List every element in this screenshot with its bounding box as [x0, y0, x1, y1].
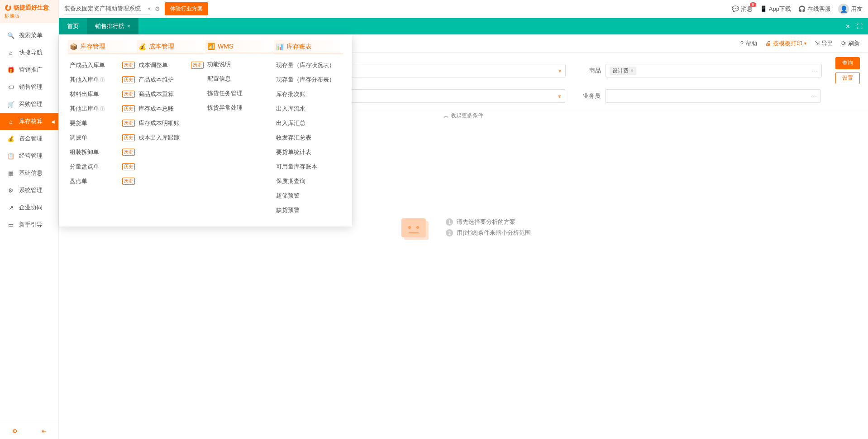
history-tag: 历史 — [122, 91, 135, 98]
filter-select-2[interactable]: ▾ — [323, 89, 565, 103]
history-tag: 历史 — [122, 163, 135, 170]
export-button[interactable]: ⇲导出 — [815, 39, 833, 48]
tab-sales-rank[interactable]: 销售排行榜 × — [87, 18, 138, 34]
flyout-item[interactable]: 材料出库单历史 — [68, 87, 137, 101]
more-icon[interactable]: ⋯ — [812, 68, 818, 74]
flyout-column-title: 库存账表 — [286, 43, 312, 51]
nav-sales[interactable]: 🏷销售管理 — [0, 78, 58, 96]
flyout-column-title: 库存管理 — [80, 43, 105, 51]
app-download-button[interactable]: 📱 App下载 — [760, 5, 791, 13]
tab-home[interactable]: 首页 — [59, 18, 87, 34]
system-select[interactable]: 装备及固定资产辅助管理系统 ▾ — [64, 3, 150, 15]
chevron-down-icon: ▾ — [558, 68, 562, 74]
flyout-item[interactable]: 商品成本重算 — [137, 87, 205, 101]
flyout-item[interactable]: 组装拆卸单历史 — [68, 145, 137, 159]
settings-icon[interactable]: ⚙ — [12, 428, 18, 434]
flyout-item[interactable]: 收发存汇总表 — [274, 130, 343, 145]
chevron-up-icon: ︽ — [444, 112, 449, 119]
flyout-item[interactable]: 出入库流水 — [274, 101, 343, 116]
headset-icon: 🎧 — [798, 5, 806, 12]
topbar: 装备及固定资产辅助管理系统 ▾ ⚙ 体验行业方案 💬 消息 6 📱 App下载 … — [59, 0, 868, 18]
nav-system[interactable]: ⚙系统管理 — [0, 182, 58, 199]
flyout-item[interactable]: 功能说明 — [205, 57, 274, 72]
phone-icon: 📱 — [760, 5, 767, 12]
messages-button[interactable]: 💬 消息 6 — [732, 5, 753, 13]
category-icon: 📶 — [207, 43, 215, 50]
filter-select-1[interactable]: ▾ — [323, 64, 566, 77]
tabs-bar: 首页 销售排行榜 × ✕ ⛶ — [59, 18, 868, 34]
nav-search[interactable]: 🔍搜索菜单 — [0, 27, 58, 44]
tag-remove-icon[interactable]: × — [630, 68, 634, 74]
nav-business[interactable]: 📋经营管理 — [0, 147, 58, 164]
flyout-item-label: 拣货任务管理 — [207, 89, 243, 97]
help-button[interactable]: ?帮助 — [740, 39, 757, 48]
flyout-item[interactable]: 库存批次账 — [274, 87, 343, 101]
flyout-column: 📶WMS功能说明配置信息拣货任务管理拣货异常处理 — [205, 40, 274, 217]
online-service-button[interactable]: 🎧 在线客服 — [798, 5, 831, 13]
chevron-down-icon: ▾ — [804, 41, 806, 46]
nav-marketing[interactable]: 🎁营销推广 — [0, 61, 58, 78]
nav-collab[interactable]: ↗企业协同 — [0, 199, 58, 216]
flyout-item-label: 库存成本总账 — [138, 105, 174, 113]
flyout-item-label: 其他出库单ⓘ — [70, 105, 105, 113]
flyout-item[interactable]: 拣货任务管理 — [205, 86, 274, 101]
nav-purchase[interactable]: 🛒采购管理 — [0, 96, 58, 113]
flyout-item[interactable]: 产成品入库单历史 — [68, 58, 137, 72]
flyout-item[interactable]: 调拨单历史 — [68, 130, 137, 145]
flyout-item[interactable]: 要货单历史 — [68, 116, 137, 130]
more-icon[interactable]: ⋯ — [811, 93, 817, 100]
flyout-item[interactable]: 成本调整单历史 — [137, 58, 205, 72]
flyout-item[interactable]: 拣货异常处理 — [205, 101, 274, 115]
system-gear-icon[interactable]: ⚙ — [155, 5, 160, 12]
flyout-item[interactable]: 超储预警 — [274, 188, 343, 203]
query-button[interactable]: 查询 — [835, 57, 860, 69]
close-icon[interactable]: × — [127, 23, 130, 29]
flyout-item-label: 超储预警 — [276, 192, 300, 200]
refresh-button[interactable]: ⟳刷新 — [841, 39, 860, 48]
salesperson-input[interactable]: ⋯ — [605, 89, 821, 103]
flyout-item[interactable]: 缺货预警 — [274, 203, 343, 217]
tab-close-all-icon[interactable]: ✕ — [844, 21, 852, 32]
logo-area: 畅捷通好生意 标准版 — [0, 0, 58, 23]
product-input[interactable]: 设计费 × ⋯ — [606, 64, 822, 77]
fullscreen-icon[interactable]: ⛶ — [855, 21, 864, 32]
flyout-item[interactable]: 保质期查询 — [274, 174, 343, 188]
flyout-item[interactable]: 要货单统计表 — [274, 145, 343, 159]
flyout-item-label: 可用量库存账本 — [276, 163, 317, 171]
flyout-item-label: 出入库流水 — [276, 105, 305, 113]
flyout-item-label: 库存成本明细账 — [138, 119, 180, 127]
flyout-item[interactable]: 产品成本维护 — [137, 72, 205, 87]
flyout-item[interactable]: 库存成本明细账 — [137, 116, 205, 130]
flyout-item[interactable]: 库存成本总账 — [137, 101, 205, 116]
user-menu[interactable]: 👤 用友 — [838, 4, 863, 14]
collapse-icon[interactable]: ⇤ — [42, 428, 47, 434]
nav-guide[interactable]: ▭新手引导 — [0, 216, 58, 233]
nav-quick[interactable]: ⌂快捷导航 — [0, 44, 58, 61]
flyout-item[interactable]: 其他入库单ⓘ历史 — [68, 72, 137, 87]
flyout-column-header: 📊库存账表 — [274, 40, 343, 54]
flyout-item[interactable]: 分量盘点单历史 — [68, 159, 137, 174]
print-button[interactable]: 🖨按模板打印▾ — [765, 39, 806, 48]
flyout-item-label: 出入库汇总 — [276, 119, 305, 127]
nav-funds[interactable]: 💰资金管理 — [0, 130, 58, 147]
flyout-item-label: 产品成本维护 — [138, 76, 174, 84]
nav-inventory[interactable]: ⌂库存核算◀ — [0, 113, 58, 130]
history-tag: 历史 — [122, 178, 135, 185]
nav-basic[interactable]: ▦基础信息 — [0, 164, 58, 182]
chevron-down-icon: ▾ — [558, 93, 561, 100]
flyout-item[interactable]: 现存量（库存状况表） — [274, 58, 343, 72]
try-industry-button[interactable]: 体验行业方案 — [165, 2, 208, 15]
gift-icon: 🎁 — [7, 67, 14, 73]
label-product: 商品 — [579, 67, 601, 75]
settings-button[interactable]: 设置 — [835, 72, 860, 84]
flyout-item[interactable]: 成本出入库跟踪 — [137, 130, 205, 145]
empty-state: 1 请先选择要分析的方案 2 用[过滤]条件来缩小分析范围 — [396, 213, 530, 245]
flyout-item[interactable]: 出入库汇总 — [274, 116, 343, 130]
help-icon: ? — [740, 40, 744, 47]
flyout-item[interactable]: 盘点单历史 — [68, 174, 137, 188]
flyout-item[interactable]: 现存量（库存分布表） — [274, 72, 343, 87]
flyout-item-label: 收发存汇总表 — [276, 134, 311, 142]
flyout-item[interactable]: 可用量库存账本 — [274, 159, 343, 174]
flyout-item[interactable]: 配置信息 — [205, 72, 274, 86]
flyout-item[interactable]: 其他出库单ⓘ历史 — [68, 101, 137, 116]
